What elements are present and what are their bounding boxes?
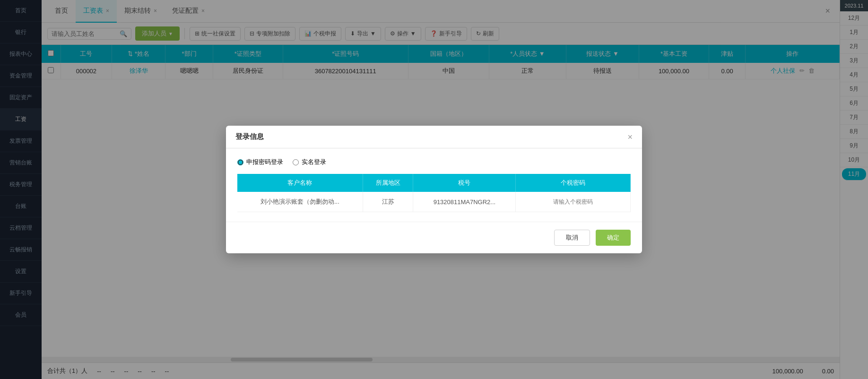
radio-realname-login[interactable]: 实名登录 bbox=[293, 158, 326, 166]
dialog-close-button[interactable]: × bbox=[627, 133, 633, 141]
dialog-body: 申报密码登录 实名登录 客户名称 所属地区 税号 个税密码 bbox=[226, 148, 642, 222]
dialog-table: 客户名称 所属地区 税号 个税密码 刘小艳演示账套（勿删勿动... 江苏 913… bbox=[237, 174, 631, 212]
dialog-cancel-button[interactable]: 取消 bbox=[554, 230, 590, 246]
radio-password-login[interactable]: 申报密码登录 bbox=[237, 158, 283, 166]
dialog-region: 江苏 bbox=[363, 192, 413, 212]
dialog-tax-no: 91320811MA7NGR2... bbox=[413, 192, 516, 212]
dialog-header: 登录信息 × bbox=[226, 126, 642, 148]
radio-group: 申报密码登录 实名登录 bbox=[237, 158, 631, 166]
dialog-overlay: 登录信息 × 申报密码登录 实名登录 客户名称 所属地区 bbox=[0, 0, 868, 379]
password-input[interactable] bbox=[521, 198, 625, 205]
radio-realname-input[interactable] bbox=[293, 159, 299, 165]
dialog-col-taxno: 税号 bbox=[413, 174, 516, 192]
dialog-confirm-button[interactable]: 确定 bbox=[596, 230, 631, 246]
dialog-client-name: 刘小艳演示账套（勿删勿动... bbox=[237, 192, 363, 212]
dialog-col-region: 所属地区 bbox=[363, 174, 413, 192]
dialog-title: 登录信息 bbox=[235, 132, 264, 141]
dialog-table-row: 刘小艳演示账套（勿删勿动... 江苏 91320811MA7NGR2... bbox=[237, 192, 631, 212]
dialog-col-password: 个税密码 bbox=[516, 174, 631, 192]
dialog-password-field[interactable] bbox=[516, 192, 631, 212]
dialog-footer: 取消 确定 bbox=[226, 222, 642, 253]
dialog-col-name: 客户名称 bbox=[237, 174, 363, 192]
login-dialog: 登录信息 × 申报密码登录 实名登录 客户名称 所属地区 bbox=[226, 126, 642, 253]
radio-password-input[interactable] bbox=[237, 159, 243, 165]
